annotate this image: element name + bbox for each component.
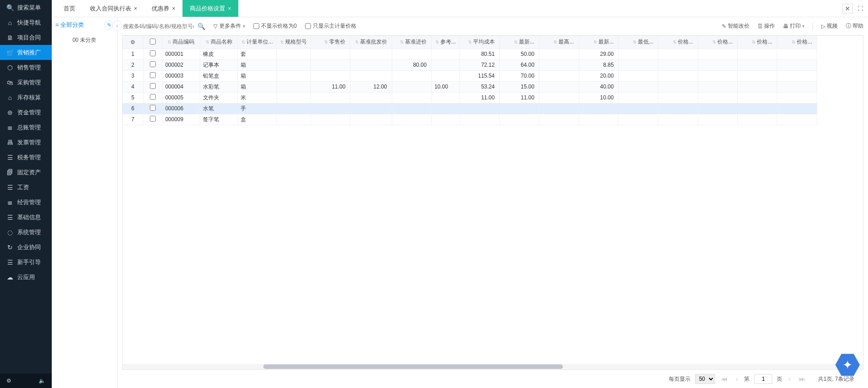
column-header[interactable]: ⇅价格... <box>658 36 698 49</box>
fullscreen-icon[interactable]: ⛶ <box>855 4 865 14</box>
cell[interactable] <box>392 92 431 103</box>
close-tab-icon[interactable]: × <box>134 5 137 12</box>
tab[interactable]: 收入合同执行表× <box>83 0 144 17</box>
sidebar-item[interactable]: ⬡销售管理 <box>0 60 52 75</box>
cell[interactable] <box>499 103 539 114</box>
column-header[interactable]: ⇅平均成本 <box>460 36 499 49</box>
cell[interactable]: 53.24 <box>460 81 499 92</box>
sidebar-item[interactable]: 🛒营销推广 <box>0 45 52 60</box>
cell[interactable] <box>579 103 618 114</box>
cell[interactable]: 80.00 <box>392 59 431 70</box>
last-page-button[interactable]: ⏭ <box>797 375 807 383</box>
cell[interactable] <box>618 103 658 114</box>
sort-icon[interactable]: ⇅ <box>280 39 284 44</box>
cell[interactable] <box>698 81 737 92</box>
row-checkbox[interactable] <box>150 105 156 111</box>
table-row[interactable]: 2000002记事本箱80.0072.1264.008.85 <box>123 59 817 70</box>
cell[interactable]: 11.00 <box>460 92 499 103</box>
cell[interactable] <box>539 59 579 70</box>
hide-zero-checkbox[interactable]: 不显示价格为0 <box>253 22 297 30</box>
cell[interactable]: 15.00 <box>499 81 539 92</box>
row-checkbox[interactable] <box>150 50 156 56</box>
column-header[interactable] <box>143 36 163 49</box>
search-icon[interactable]: 🔍 <box>197 23 205 30</box>
smart-price-button[interactable]: ✎ 智能改价 <box>722 22 750 30</box>
cell[interactable] <box>392 49 431 59</box>
cell[interactable] <box>698 49 737 59</box>
sidebar-item[interactable]: 🗎项目合同 <box>0 30 52 45</box>
cell[interactable]: 40.00 <box>579 81 618 92</box>
sidebar-item[interactable]: ☰税务管理 <box>0 150 52 165</box>
cell[interactable] <box>738 92 777 103</box>
cell[interactable] <box>539 92 579 103</box>
table-row[interactable]: 3000003铅笔盒箱115.5470.0020.00 <box>123 70 817 81</box>
sidebar-item[interactable]: ◌系统管理 <box>0 225 52 240</box>
horizontal-scrollbar[interactable] <box>123 364 863 369</box>
tab[interactable]: 优惠券× <box>144 0 182 17</box>
cell[interactable]: 72.12 <box>460 59 499 70</box>
cell[interactable] <box>460 114 499 125</box>
row-checkbox[interactable] <box>150 94 156 100</box>
cell[interactable] <box>539 49 579 59</box>
sidebar-item[interactable]: ☰基础信息 <box>0 210 52 225</box>
column-header[interactable]: ⇅最新... <box>579 36 618 49</box>
column-header[interactable]: ⇅最低... <box>618 36 658 49</box>
column-header[interactable]: ⇅最新... <box>499 36 539 49</box>
sort-icon[interactable]: ⇅ <box>400 39 404 44</box>
sidebar-item[interactable]: ⌂快捷导航 <box>0 15 52 30</box>
column-header[interactable]: ⇅商品名称 <box>200 36 238 49</box>
row-checkbox[interactable] <box>150 83 156 89</box>
cell[interactable]: 8.85 <box>579 59 618 70</box>
cell[interactable] <box>698 59 737 70</box>
close-tab-icon[interactable]: × <box>228 5 231 12</box>
sort-icon[interactable]: ⇅ <box>242 39 245 44</box>
cell[interactable] <box>777 59 817 70</box>
operate-button[interactable]: ☰ 操作 <box>758 22 775 30</box>
sidebar-item[interactable]: 🖷发票管理 <box>0 135 52 150</box>
row-checkbox[interactable] <box>150 116 156 122</box>
column-header[interactable]: ⇅价格... <box>698 36 737 49</box>
per-page-select[interactable]: 50 <box>695 374 715 384</box>
cell[interactable] <box>618 81 658 92</box>
cell[interactable] <box>738 49 777 59</box>
cell[interactable] <box>658 103 698 114</box>
cell[interactable]: 12.00 <box>350 81 392 92</box>
cell[interactable] <box>777 92 817 103</box>
cell[interactable] <box>777 49 817 59</box>
table-row[interactable]: 5000005文件夹米11.0011.0010.00 <box>123 92 817 103</box>
cell[interactable] <box>698 114 737 125</box>
cell[interactable] <box>658 81 698 92</box>
cell[interactable] <box>618 92 658 103</box>
sort-icon[interactable]: ⇅ <box>673 39 676 44</box>
cell[interactable] <box>618 70 658 81</box>
cell[interactable] <box>539 103 579 114</box>
cell[interactable] <box>658 59 698 70</box>
row-checkbox[interactable] <box>150 61 156 67</box>
sort-icon[interactable]: ⇅ <box>168 39 171 44</box>
cell[interactable]: 80.51 <box>460 49 499 59</box>
cell[interactable] <box>698 92 737 103</box>
table-row[interactable]: 6000006水笔手 <box>123 103 817 114</box>
column-header[interactable]: ⚙ <box>123 36 143 49</box>
sidebar-item[interactable]: ↻企业协同 <box>0 240 52 255</box>
cell[interactable] <box>698 103 737 114</box>
cell[interactable] <box>350 49 392 59</box>
cell[interactable]: 20.00 <box>579 70 618 81</box>
cell[interactable] <box>618 49 658 59</box>
cell[interactable] <box>350 92 392 103</box>
cell[interactable] <box>350 59 392 70</box>
cell[interactable] <box>392 81 431 92</box>
sidebar-item[interactable]: ⊚资金管理 <box>0 105 52 120</box>
cell[interactable]: 11.00 <box>311 81 350 92</box>
cell[interactable] <box>311 70 350 81</box>
cell[interactable] <box>738 114 777 125</box>
sort-icon[interactable]: ⇅ <box>752 39 755 44</box>
cell[interactable]: 64.00 <box>499 59 539 70</box>
column-header[interactable]: ⇅参考... <box>431 36 459 49</box>
sort-icon[interactable]: ⇅ <box>633 39 636 44</box>
cell[interactable] <box>350 114 392 125</box>
sidebar-item[interactable]: ⌂库存核算 <box>0 90 52 105</box>
table-row[interactable]: 7000009签字笔盒 <box>123 114 817 125</box>
cell[interactable] <box>658 114 698 125</box>
sidebar-item[interactable]: ≣总账管理 <box>0 120 52 135</box>
